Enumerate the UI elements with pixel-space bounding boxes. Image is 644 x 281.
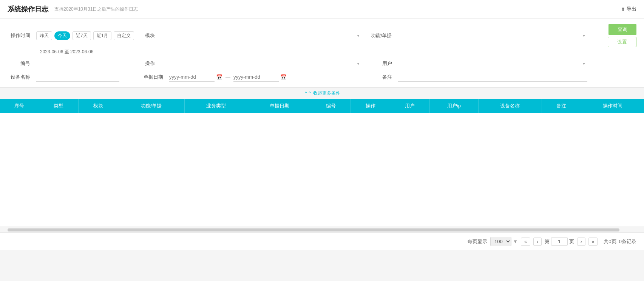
page-size-select[interactable]: 100 10 20 50 200 bbox=[490, 237, 511, 246]
query-button[interactable]: 查询 bbox=[608, 24, 636, 35]
number-input-end[interactable] bbox=[83, 59, 117, 68]
module-label: 模块 bbox=[144, 32, 159, 39]
function-label: 功能/单据 bbox=[369, 32, 396, 39]
cal-icon-start[interactable]: 📅 bbox=[216, 74, 222, 80]
col-device: 设备名称 bbox=[478, 99, 542, 113]
page-subtitle: 支持2020年10月31日之后产生的操作日志 bbox=[54, 6, 138, 12]
col-number: 编号 bbox=[311, 99, 351, 113]
number-label: 编号 bbox=[8, 60, 34, 67]
empty-area bbox=[0, 113, 644, 227]
time-btn-today[interactable]: 今天 bbox=[54, 31, 70, 40]
module-select[interactable] bbox=[161, 31, 362, 40]
col-business-type: 业务类型 bbox=[185, 99, 248, 113]
page-size-label: 每页显示 bbox=[468, 238, 487, 245]
remarks-label: 备注 bbox=[369, 74, 396, 81]
user-select-wrapper: ▼ bbox=[398, 59, 588, 68]
total-info: 共0页, 0条记录 bbox=[604, 238, 636, 245]
date-input-group: 📅 — 📅 bbox=[169, 73, 287, 82]
collapse-label: 收起更多条件 bbox=[313, 90, 340, 96]
table-container: 序号 类型 模块 功能/单据 业务类型 单据日期 编号 操作 用户 用户ip 设… bbox=[0, 99, 644, 113]
pagination: 每页显示 100 10 20 50 200 ▼ « ‹ 第 页 › » 共0页,… bbox=[0, 233, 644, 250]
data-table: 序号 类型 模块 功能/单据 业务类型 单据日期 编号 操作 用户 用户ip 设… bbox=[0, 99, 644, 113]
col-remarks: 备注 bbox=[542, 99, 581, 113]
col-type: 类型 bbox=[39, 99, 78, 113]
last-page-button[interactable]: » bbox=[588, 238, 598, 246]
time-range: 2023-06-06 至 2023-06-06 bbox=[40, 49, 93, 54]
page-size-chevron-icon: ▼ bbox=[513, 239, 518, 244]
page-title: 系统操作日志 bbox=[8, 5, 48, 14]
col-operation: 操作 bbox=[351, 99, 390, 113]
page-info: 第 页 bbox=[545, 237, 574, 246]
user-label: 用户 bbox=[369, 60, 396, 67]
col-sequence: 序号 bbox=[0, 99, 39, 113]
collapse-bar[interactable]: ⌃⌃ 收起更多条件 bbox=[0, 87, 644, 99]
prev-page-button[interactable]: ‹ bbox=[533, 238, 542, 246]
page-suffix-label: 页 bbox=[569, 238, 574, 245]
time-label: 操作时间 bbox=[8, 32, 34, 39]
date-end-input[interactable] bbox=[233, 73, 279, 82]
col-module: 模块 bbox=[79, 99, 118, 113]
filter-section: 操作时间 昨天 今天 近7天 近1月 自定义 模块 ▼ 功能/单据 bbox=[0, 19, 644, 87]
export-button[interactable]: ⬆ 导出 bbox=[621, 6, 636, 12]
time-buttons: 昨天 今天 近7天 近1月 自定义 bbox=[36, 31, 134, 40]
page-header: 系统操作日志 支持2020年10月31日之后产生的操作日志 ⬆ 导出 bbox=[0, 0, 644, 19]
operation-label: 操作 bbox=[144, 60, 159, 67]
operation-select[interactable] bbox=[161, 59, 362, 68]
collapse-chevron-icon: ⌃⌃ bbox=[304, 91, 312, 96]
function-select-wrapper: ▼ bbox=[398, 31, 588, 40]
operation-select-wrapper: ▼ bbox=[161, 59, 362, 68]
page-number-input[interactable] bbox=[551, 237, 568, 246]
module-select-wrapper: ▼ bbox=[161, 31, 362, 40]
time-btn-1month[interactable]: 近1月 bbox=[93, 31, 112, 40]
date-range-dash: — bbox=[224, 75, 232, 80]
number-dash: — bbox=[73, 61, 80, 67]
device-input[interactable] bbox=[36, 73, 119, 82]
page-prefix-label: 第 bbox=[545, 238, 550, 245]
col-function: 功能/单据 bbox=[118, 99, 184, 113]
col-op-time: 操作时间 bbox=[581, 99, 644, 113]
document-date-label: 单据日期 bbox=[144, 74, 167, 81]
date-start-input[interactable] bbox=[169, 73, 215, 82]
device-label: 设备名称 bbox=[8, 74, 34, 81]
scrollbar-thumb bbox=[8, 228, 619, 231]
function-select[interactable] bbox=[398, 31, 588, 40]
col-user: 用户 bbox=[390, 99, 429, 113]
col-doc-date: 单据日期 bbox=[248, 99, 311, 113]
cal-icon-end[interactable]: 📅 bbox=[280, 74, 287, 80]
time-btn-custom[interactable]: 自定义 bbox=[114, 31, 134, 40]
next-page-button[interactable]: › bbox=[577, 238, 585, 246]
settings-button[interactable]: 设置 bbox=[608, 37, 636, 47]
col-user-ip: 用户ip bbox=[429, 99, 478, 113]
first-page-button[interactable]: « bbox=[521, 238, 530, 246]
table-header-row: 序号 类型 模块 功能/单据 业务类型 单据日期 编号 操作 用户 用户ip 设… bbox=[0, 99, 644, 113]
time-btn-yesterday[interactable]: 昨天 bbox=[36, 31, 52, 40]
number-input-start[interactable] bbox=[36, 59, 70, 68]
export-icon: ⬆ bbox=[621, 6, 625, 12]
scrollbar-area[interactable] bbox=[0, 227, 644, 233]
time-btn-7days[interactable]: 近7天 bbox=[73, 31, 91, 40]
remarks-input[interactable] bbox=[398, 73, 588, 82]
user-select[interactable] bbox=[398, 59, 588, 68]
